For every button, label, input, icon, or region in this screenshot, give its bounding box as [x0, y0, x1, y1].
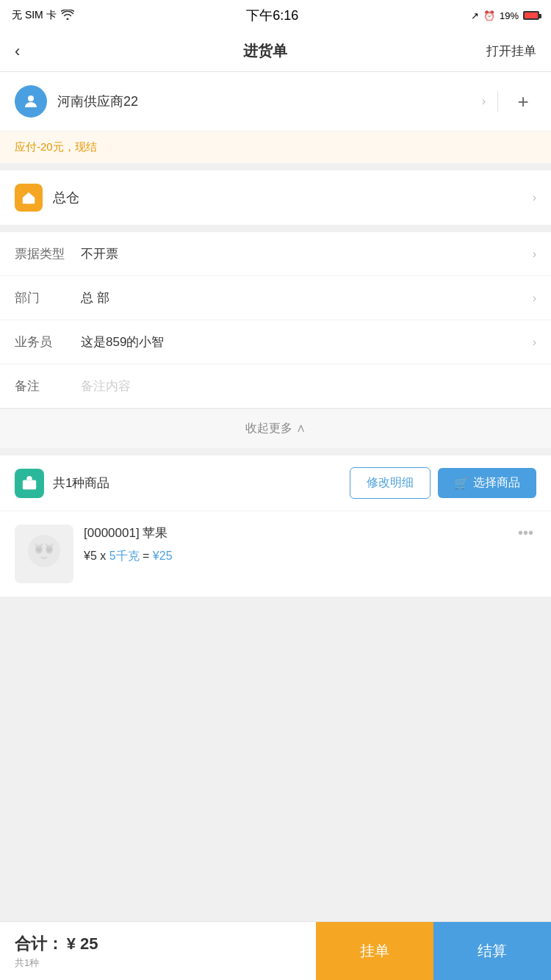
unit-price: ¥5 — [84, 550, 97, 562]
status-left: 无 SIM 卡 — [12, 9, 74, 22]
item-total: ¥25 — [153, 550, 173, 562]
department-label: 部门 — [15, 289, 81, 306]
svg-rect-2 — [23, 480, 36, 489]
warehouse-row[interactable]: 总仓 › — [0, 170, 551, 225]
invoice-type-label: 票据类型 — [15, 245, 81, 262]
total-label: 合计： — [15, 934, 63, 953]
department-chevron-icon: › — [533, 292, 536, 305]
sales-rep-label: 业务员 — [15, 334, 81, 350]
nav-bar: ‹ 进货单 打开挂单 — [0, 31, 551, 72]
select-product-button[interactable]: 🛒 选择商品 — [438, 468, 536, 498]
status-right: ↗ ⏰ 19% — [471, 10, 539, 21]
collapse-row[interactable]: 收起更多 ∧ — [0, 408, 551, 448]
footer-total: 合计： ¥ 25 共1种 — [0, 933, 316, 970]
department-row[interactable]: 部门 总 部 › — [0, 276, 551, 320]
product-count: 共1种商品 — [53, 475, 350, 491]
quantity: 5千克 — [109, 550, 140, 562]
total-amount-row: 合计： ¥ 25 — [15, 933, 301, 955]
remark-placeholder[interactable]: 备注内容 — [81, 378, 536, 394]
open-pending-button[interactable]: 打开挂单 — [486, 43, 536, 60]
invoice-type-value: 不开票 — [81, 245, 527, 262]
edit-detail-button[interactable]: 修改明细 — [350, 467, 431, 499]
wifi-icon — [61, 10, 74, 22]
supplier-section: 河南供应商22 › + 应付-20元，现结 — [0, 72, 551, 163]
product-header: 共1种商品 修改明细 🛒 选择商品 — [0, 455, 551, 511]
warehouse-icon — [15, 184, 43, 212]
footer: 合计： ¥ 25 共1种 挂单 结算 — [0, 921, 551, 980]
department-value: 总 部 — [81, 289, 527, 306]
product-info: [0000001] 苹果 ¥5 x 5千克 = ¥25 — [84, 525, 505, 564]
remark-label: 备注 — [15, 378, 81, 394]
warehouse-section: 总仓 › — [0, 170, 551, 225]
battery-pct: 19% — [500, 10, 519, 21]
svg-point-3 — [28, 535, 60, 567]
alarm-icon: ⏰ — [483, 10, 495, 21]
product-name: [0000001] 苹果 — [84, 525, 505, 541]
form-section: 票据类型 不开票 › 部门 总 部 › 业务员 这是859的小智 › 备注 备注… — [0, 232, 551, 448]
cart-icon: 🛒 — [454, 476, 469, 490]
status-time: 下午6:16 — [246, 7, 298, 24]
supplier-name: 河南供应商22 — [57, 93, 476, 110]
product-thumb-icon — [25, 532, 63, 576]
add-supplier-button[interactable]: + — [510, 90, 536, 113]
warehouse-chevron-icon: › — [533, 191, 536, 204]
product-section: 共1种商品 修改明细 🛒 选择商品 — [0, 455, 551, 597]
equals-sign: = — [143, 550, 153, 562]
product-item: [0000001] 苹果 ¥5 x 5千克 = ¥25 ••• — [0, 511, 551, 597]
checkout-button[interactable]: 结算 — [433, 922, 551, 981]
product-section-icon — [15, 469, 44, 498]
location-icon: ↗ — [471, 10, 479, 21]
svg-point-0 — [28, 96, 34, 101]
no-sim-label: 无 SIM 卡 — [12, 9, 57, 22]
select-product-label: 选择商品 — [473, 475, 520, 491]
sales-rep-value: 这是859的小智 — [81, 334, 527, 350]
warehouse-name: 总仓 — [53, 189, 527, 206]
payment-notice: 应付-20元，现结 — [0, 131, 551, 163]
vertical-divider — [497, 91, 498, 112]
back-button[interactable]: ‹ — [15, 42, 44, 61]
bottom-spacer — [0, 604, 551, 670]
total-sub: 共1种 — [15, 956, 301, 970]
supplier-avatar — [15, 85, 47, 118]
product-thumbnail — [15, 525, 73, 583]
page-title: 进货单 — [243, 41, 287, 61]
total-amount: ¥ 25 — [67, 934, 98, 953]
svg-rect-1 — [26, 199, 31, 203]
invoice-chevron-icon: › — [533, 248, 536, 261]
remark-row[interactable]: 备注 备注内容 — [0, 364, 551, 408]
price-separator: x — [100, 550, 109, 562]
collapse-label: 收起更多 ∧ — [245, 421, 305, 436]
status-bar: 无 SIM 卡 下午6:16 ↗ ⏰ 19% — [0, 0, 551, 31]
supplier-chevron-icon: › — [482, 95, 486, 108]
product-more-button[interactable]: ••• — [515, 525, 536, 541]
battery-icon — [523, 11, 539, 20]
invoice-type-row[interactable]: 票据类型 不开票 › — [0, 232, 551, 276]
sales-rep-chevron-icon: › — [533, 336, 536, 349]
supplier-row[interactable]: 河南供应商22 › + — [0, 72, 551, 131]
pending-button[interactable]: 挂单 — [316, 922, 433, 981]
sales-rep-row[interactable]: 业务员 这是859的小智 › — [0, 320, 551, 364]
product-price: ¥5 x 5千克 = ¥25 — [84, 549, 505, 564]
